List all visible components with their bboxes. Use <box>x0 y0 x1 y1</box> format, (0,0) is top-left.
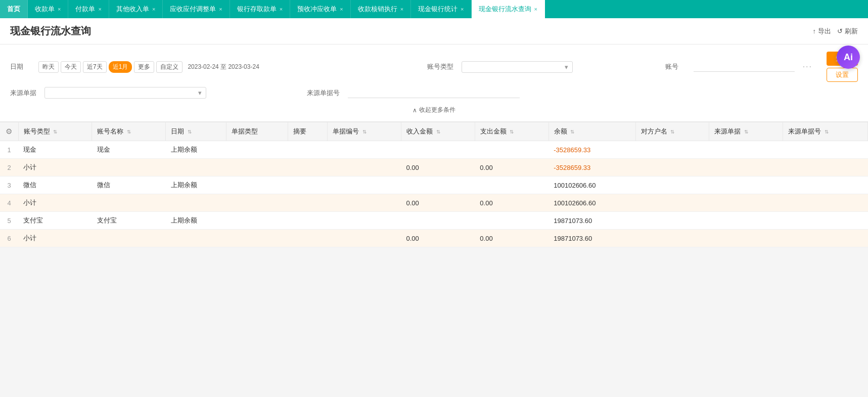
cell-source-doc <box>709 177 783 194</box>
settings-button[interactable]: 设置 <box>827 68 858 82</box>
cell-summary <box>288 177 327 194</box>
collapse-button[interactable]: ∧ 收起更多条件 <box>10 104 858 117</box>
date-btn-custom[interactable]: 自定义 <box>156 61 182 73</box>
source-doc-num-input[interactable] <box>348 88 520 98</box>
close-icon[interactable]: × <box>280 6 283 12</box>
cell-balance: -3528659.33 <box>549 141 635 159</box>
cell-source-doc-num <box>783 212 868 230</box>
cell-account-name <box>92 194 166 212</box>
cell-doc-type <box>226 141 288 159</box>
cell-income: 0.00 <box>401 194 475 212</box>
close-icon[interactable]: × <box>98 6 101 12</box>
col-source-doc: 来源单据 ⇅ <box>709 122 783 141</box>
sort-icon[interactable]: ⇅ <box>510 129 514 135</box>
sort-icon[interactable]: ⇅ <box>53 129 57 135</box>
sort-icon[interactable]: ⇅ <box>744 129 748 135</box>
close-icon[interactable]: × <box>461 6 464 12</box>
ai-assistant-button[interactable]: Ai <box>837 46 860 69</box>
cell-source-doc <box>709 212 783 230</box>
table-row: 6 小计 0.00 0.00 19871073.60 <box>0 230 868 247</box>
table-row: 2 小计 0.00 0.00 -3528659.33 <box>0 159 868 177</box>
filter-row-source: 来源单据 ▾ 来源单据号 <box>10 87 858 99</box>
nav-fukuandan[interactable]: 付款单 × <box>68 0 109 18</box>
cell-doc-type <box>226 230 288 247</box>
page-header: 现金银行流水查询 ↑ 导出 ↺ 刷新 <box>0 18 868 45</box>
cell-income <box>401 141 475 159</box>
gear-icon[interactable]: ⚙ <box>6 127 12 136</box>
cell-doc-num <box>328 230 401 247</box>
col-account-name: 账号名称 ⇅ <box>92 122 166 141</box>
export-icon: ↑ <box>813 27 816 35</box>
cell-expense <box>475 141 549 159</box>
cell-expense <box>475 212 549 230</box>
cell-expense: 0.00 <box>475 194 549 212</box>
date-btn-today[interactable]: 今天 <box>61 61 81 73</box>
close-icon[interactable]: × <box>534 6 537 12</box>
col-balance: 余额 ⇅ <box>549 122 635 141</box>
cell-date: 上期余额 <box>166 212 226 230</box>
cell-balance: -3528659.33 <box>549 159 635 177</box>
date-btn-more[interactable]: 更多 <box>134 61 154 73</box>
nav-yushou[interactable]: 预收冲应收单 × <box>290 0 350 18</box>
cell-source-doc-num <box>783 194 868 212</box>
date-btn-1month[interactable]: 近1月 <box>109 61 132 73</box>
refresh-button[interactable]: ↺ 刷新 <box>837 27 858 36</box>
nav-tongji[interactable]: 现金银行统计 × <box>411 0 471 18</box>
account-type-label: 账号类型 <box>427 62 453 71</box>
nav-liushui[interactable]: 现金银行流水查询 × <box>472 0 545 18</box>
date-btn-7days[interactable]: 近7天 <box>83 61 107 73</box>
nav-shoudan[interactable]: 收款单 × <box>28 0 68 18</box>
date-btn-yesterday[interactable]: 昨天 <box>38 61 59 73</box>
row-number: 2 <box>0 159 18 177</box>
row-number: 6 <box>0 230 18 247</box>
sort-icon[interactable]: ⇅ <box>825 129 829 135</box>
col-doc-type: 单据类型 <box>226 122 288 141</box>
cell-balance: 100102606.60 <box>549 177 635 194</box>
export-button[interactable]: ↑ 导出 <box>813 27 832 36</box>
close-icon[interactable]: × <box>400 6 403 12</box>
sort-icon[interactable]: ⇅ <box>570 129 574 135</box>
cell-date: 上期余额 <box>166 177 226 194</box>
account-type-select[interactable]: ▾ <box>462 61 573 73</box>
cell-summary <box>288 141 327 159</box>
more-dots-icon[interactable]: ··· <box>803 62 812 71</box>
cell-expense: 0.00 <box>475 230 549 247</box>
cell-doc-num <box>328 141 401 159</box>
cell-source-doc <box>709 141 783 159</box>
filter-row-date: 日期 昨天 今天 近7天 近1月 更多 自定义 2023-02-24 至 202… <box>10 52 858 82</box>
nav-shoukuan[interactable]: 收款核销执行 × <box>351 0 411 18</box>
sort-icon[interactable]: ⇅ <box>127 129 131 135</box>
col-expense: 支出金额 ⇅ <box>475 122 549 141</box>
sort-icon[interactable]: ⇅ <box>188 129 192 135</box>
col-date: 日期 ⇅ <box>166 122 226 141</box>
data-table: ⚙ 账号类型 ⇅ 账号名称 ⇅ 日期 ⇅ 单据类型 摘要 单据编号 <box>0 122 868 247</box>
date-range-display: 2023-02-24 至 2023-03-24 <box>188 63 259 71</box>
sort-icon[interactable]: ⇅ <box>670 129 674 135</box>
cell-source-doc <box>709 194 783 212</box>
nav-tiaozhendan[interactable]: 应收应付调整单 × <box>163 0 230 18</box>
close-icon[interactable]: × <box>340 6 343 12</box>
close-icon[interactable]: × <box>58 6 61 12</box>
row-number: 3 <box>0 177 18 194</box>
close-icon[interactable]: × <box>219 6 222 12</box>
col-settings: ⚙ <box>0 122 18 141</box>
cell-date: 上期余额 <box>166 141 226 159</box>
account-input[interactable] <box>694 62 795 72</box>
cell-income: 0.00 <box>401 230 475 247</box>
close-icon[interactable]: × <box>152 6 155 12</box>
date-label: 日期 <box>10 62 30 71</box>
sort-icon[interactable]: ⇅ <box>362 129 367 135</box>
sort-icon[interactable]: ⇅ <box>436 129 440 135</box>
cell-balance: 19871073.60 <box>549 212 635 230</box>
cell-income <box>401 212 475 230</box>
nav-yinhang[interactable]: 银行存取款单 × <box>230 0 290 18</box>
nav-qitashouru[interactable]: 其他收入单 × <box>109 0 163 18</box>
source-doc-select[interactable]: ▾ <box>44 87 206 99</box>
source-doc-num-label: 来源单据号 <box>307 89 340 98</box>
nav-home[interactable]: 首页 <box>0 0 28 18</box>
refresh-icon: ↺ <box>837 27 843 35</box>
cell-summary <box>288 159 327 177</box>
chevron-down-icon: ▾ <box>198 89 202 97</box>
cell-source-doc <box>709 159 783 177</box>
cell-doc-type <box>226 177 288 194</box>
